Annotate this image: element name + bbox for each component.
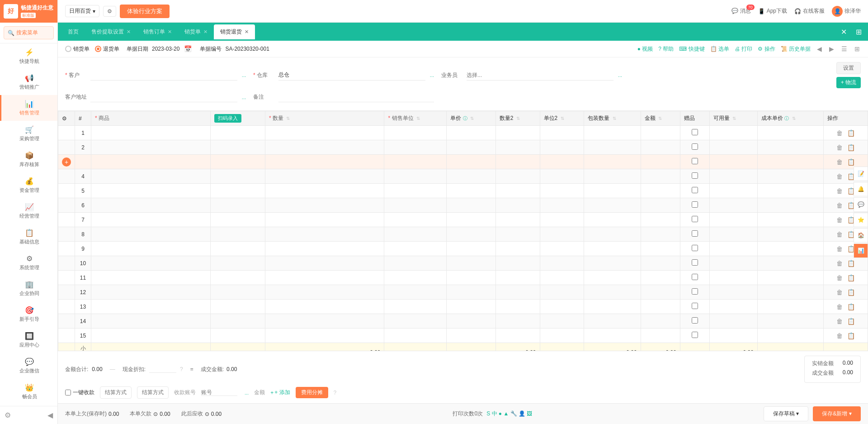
row-unit-2[interactable] xyxy=(384,140,447,155)
industry-select[interactable]: 日用百货 ▾ xyxy=(65,5,99,17)
radio-delivery[interactable]: 销货单 xyxy=(65,45,90,53)
sidebar-item-operations[interactable]: 📈 经营管理 xyxy=(0,198,57,224)
save-new-btn[interactable]: 保存&新增 ▾ xyxy=(813,406,861,421)
gift-checkbox-12[interactable] xyxy=(692,288,698,295)
bank-account-input[interactable] xyxy=(201,389,237,396)
gift-checkbox-3[interactable] xyxy=(692,158,698,164)
row-product-3[interactable] xyxy=(91,155,211,169)
row-product-2[interactable] xyxy=(91,140,211,155)
row-qty-2[interactable] xyxy=(265,140,384,155)
operate-link[interactable]: ⚙ 操作 xyxy=(758,45,775,53)
th-settings[interactable]: ⚙ xyxy=(58,111,75,126)
row-pack-3[interactable] xyxy=(584,155,641,169)
customer-input[interactable] xyxy=(90,70,237,81)
warehouse-input[interactable] xyxy=(278,70,425,81)
right-panel-btn-3[interactable]: 💬 xyxy=(854,197,868,212)
video-link[interactable]: ● 视频 xyxy=(637,45,653,53)
one-click-pay-input[interactable] xyxy=(65,390,71,395)
copy-row-10[interactable]: 📋 xyxy=(846,259,856,268)
row-product-1[interactable] xyxy=(91,126,211,140)
address-input[interactable] xyxy=(90,92,237,102)
gift-checkbox-7[interactable] xyxy=(692,216,698,222)
row-price-3[interactable] xyxy=(447,155,495,169)
gift-checkbox-4[interactable] xyxy=(692,172,698,179)
address-more-btn[interactable]: ... xyxy=(242,95,246,100)
date-picker-btn[interactable]: 📅 xyxy=(183,44,193,53)
copy-row-11[interactable]: 📋 xyxy=(846,273,856,282)
row-amount-1[interactable] xyxy=(641,126,680,140)
sidebar-item-newbie[interactable]: 🎯 新手引导 xyxy=(0,301,57,327)
right-panel-btn-1[interactable]: 📝 xyxy=(854,167,868,181)
unit-sort-icon[interactable]: ⇅ xyxy=(416,116,420,121)
setting-btn[interactable]: 设置 xyxy=(836,62,861,74)
tab-close-sales-order[interactable]: ✕ xyxy=(168,29,172,35)
sidebar-item-inventory[interactable]: 📦 库存核算 xyxy=(0,147,57,172)
select-link[interactable]: 📋 选单 xyxy=(710,45,729,53)
online-service-btn[interactable]: 🎧 在线客服 xyxy=(794,7,825,15)
radio-return[interactable]: 退货单 xyxy=(95,45,119,53)
sidebar-settings-btn[interactable]: ⚙ xyxy=(4,410,12,420)
avail-sort-icon[interactable]: ⇅ xyxy=(732,116,736,121)
gift-checkbox-11[interactable] xyxy=(692,274,698,280)
customer-more-btn[interactable]: ... xyxy=(242,72,246,78)
tab-close-sales-delivery[interactable]: ✕ xyxy=(203,29,208,35)
sidebar-item-marketing[interactable]: 📢 营销推广 xyxy=(0,69,57,95)
row-unit-3[interactable] xyxy=(384,155,447,169)
gift-checkbox-9[interactable] xyxy=(692,245,698,251)
tab-close-sales-return[interactable]: ✕ xyxy=(245,29,249,35)
qty2-sort-icon[interactable]: ⇅ xyxy=(516,116,520,121)
row-pack-1[interactable] xyxy=(584,126,641,140)
unit2-sort-icon[interactable]: ⇅ xyxy=(561,116,564,121)
tab-home[interactable]: 首页 xyxy=(61,24,85,39)
expand-tab-btn[interactable]: ⊞ xyxy=(853,27,864,37)
next-doc-btn[interactable]: ▶ xyxy=(828,44,835,53)
qty-sort-icon[interactable]: ⇅ xyxy=(286,116,290,121)
tab-sales-order[interactable]: 销售订单 ✕ xyxy=(137,24,178,39)
warehouse-more-btn[interactable]: ... xyxy=(430,72,434,78)
right-panel-btn-6[interactable]: 📊 xyxy=(854,243,868,258)
add-fee-btn[interactable]: + + 添加 xyxy=(270,389,290,396)
delete-row-11[interactable]: 🗑 xyxy=(835,273,844,282)
copy-row-3[interactable]: 📋 xyxy=(846,157,856,167)
gift-checkbox-14[interactable] xyxy=(692,317,698,324)
copy-row-12[interactable]: 📋 xyxy=(846,288,856,297)
sidebar-item-sys-mgmt[interactable]: ⚙ 系统管理 xyxy=(0,250,57,276)
delete-row-5[interactable]: 🗑 xyxy=(835,186,844,195)
gift-checkbox-10[interactable] xyxy=(692,259,698,266)
row-unit-1[interactable] xyxy=(384,126,447,140)
sidebar-item-enterprise[interactable]: 🏢 企业协同 xyxy=(0,276,57,301)
delete-row-9[interactable]: 🗑 xyxy=(835,244,844,253)
row-price-1[interactable] xyxy=(447,126,495,140)
print-link[interactable]: 🖨 打印 xyxy=(735,45,752,53)
app-download-btn[interactable]: 📱 App下载 xyxy=(758,7,787,15)
delete-row-2[interactable]: 🗑 xyxy=(835,143,844,152)
sidebar-item-purchase-mgmt[interactable]: 🛒 采购管理 xyxy=(0,121,57,147)
delete-row-3[interactable]: 🗑 xyxy=(835,157,844,167)
gift-checkbox-15[interactable] xyxy=(692,332,698,338)
right-panel-btn-5[interactable]: 🏠 xyxy=(854,228,868,243)
experience-btn[interactable]: 体验行业方案 xyxy=(120,5,170,18)
copy-row-2[interactable]: 📋 xyxy=(846,143,856,152)
delete-row-15[interactable]: 🗑 xyxy=(835,331,844,340)
delete-row-4[interactable]: 🗑 xyxy=(835,172,844,181)
save-draft-btn[interactable]: 保存草稿 ▾ xyxy=(764,406,809,421)
discount-input[interactable] xyxy=(149,366,176,373)
sidebar-item-quick-nav[interactable]: ⚡ 快捷导航 xyxy=(0,43,57,69)
tab-close-price-setup[interactable]: ✕ xyxy=(127,29,131,35)
delete-row-10[interactable]: 🗑 xyxy=(835,259,844,268)
salesperson-more-btn[interactable]: ... xyxy=(618,72,622,78)
scan-input-btn[interactable]: 扫码录入 xyxy=(214,114,241,123)
shortcut-link[interactable]: ⌨ 快捷键 xyxy=(679,45,704,53)
list-view-btn[interactable]: ☰ xyxy=(840,44,848,53)
row-unit2-3[interactable] xyxy=(540,155,584,169)
delete-row-13[interactable]: 🗑 xyxy=(835,302,844,311)
qty-input-1[interactable] xyxy=(269,130,381,136)
remark-input[interactable] xyxy=(278,92,434,102)
row-unit2-1[interactable] xyxy=(540,126,584,140)
sidebar-item-sales-mgmt[interactable]: 📊 销售管理 xyxy=(0,95,57,121)
help-link[interactable]: ? 帮助 xyxy=(658,45,674,53)
amount-sort-icon[interactable]: ⇅ xyxy=(658,116,662,121)
row-qty2-1[interactable] xyxy=(495,126,540,140)
delete-row-7[interactable]: 🗑 xyxy=(835,215,844,224)
price-sort-icon[interactable]: ⇅ xyxy=(470,116,474,121)
